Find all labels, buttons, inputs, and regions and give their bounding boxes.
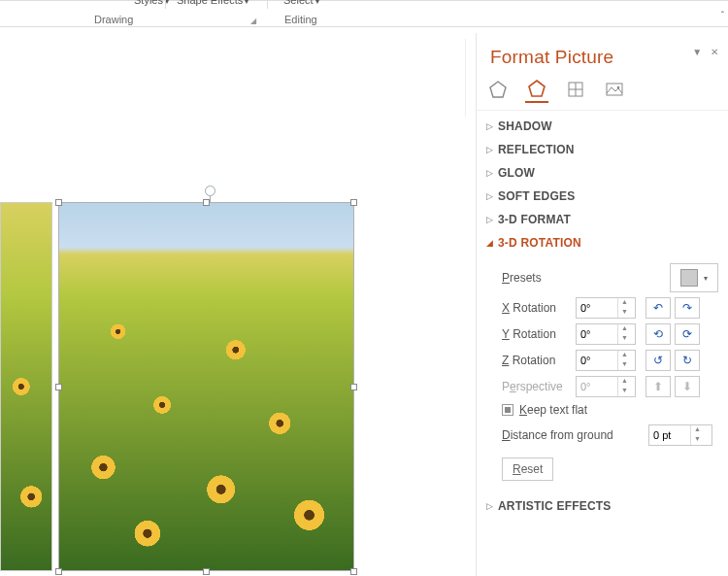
tab-effects[interactable]: [525, 80, 548, 103]
distance-input[interactable]: ▲▼: [648, 424, 712, 446]
distance-label: Distance from ground: [502, 428, 613, 442]
selected-picture[interactable]: [58, 202, 354, 571]
presets-label: PPresetsresets: [502, 271, 576, 285]
rotation-handle[interactable]: [205, 186, 215, 196]
slide-canvas[interactable]: [0, 27, 476, 576]
section-reflection[interactable]: ▷REFLECTION: [484, 138, 722, 161]
ribbon: Styles▾ Shape Effects▾ Select▾ Drawing ◢…: [0, 0, 728, 27]
resize-handle-n[interactable]: [203, 199, 210, 206]
resize-handle-e[interactable]: [350, 384, 357, 390]
perspective-narrow-button: ⬆: [645, 376, 671, 397]
adjacent-picture[interactable]: [0, 202, 52, 571]
pane-title: Format Picture: [490, 47, 613, 67]
section-shadow[interactable]: ▷SHADOW: [484, 115, 722, 138]
section-3d-rotation[interactable]: ◢3-D ROTATION: [484, 231, 722, 254]
svg-marker-0: [490, 82, 506, 97]
pane-close-icon[interactable]: ✕: [711, 47, 718, 57]
x-rotation-label: X Rotation: [502, 301, 576, 315]
rotate-ccw-z-button[interactable]: ↺: [645, 350, 671, 371]
svg-marker-1: [529, 81, 545, 96]
styles-dropdown[interactable]: Styles▾: [134, 0, 169, 6]
rotate-left-x-button[interactable]: ↶: [645, 297, 671, 319]
pane-tabs: [477, 74, 728, 111]
format-picture-pane: Format Picture ▼ ✕ ▷SHADOW ▷REFLECTION ▷…: [476, 33, 728, 576]
perspective-input: ▲▼: [576, 376, 636, 397]
perspective-label: Perspective: [502, 380, 576, 393]
section-3d-format[interactable]: ▷3-D FORMAT: [484, 208, 722, 231]
tab-size-properties[interactable]: [564, 80, 587, 103]
resize-handle-ne[interactable]: [350, 199, 357, 206]
3d-rotation-body: PPresetsresets ▾ X Rotation ▲▼ ↶ ↷ Y Rot…: [484, 254, 722, 494]
shape-effects-dropdown[interactable]: Shape Effects▾: [177, 0, 248, 6]
rotate-right-x-button[interactable]: ↷: [675, 297, 700, 319]
y-rotation-input[interactable]: ▲▼: [576, 323, 636, 345]
rotate-down-y-button[interactable]: ⟳: [675, 323, 700, 345]
section-artistic-effects[interactable]: ▷ARTISTIC EFFECTS: [484, 494, 722, 518]
presets-dropdown[interactable]: ▾: [670, 263, 718, 292]
dialog-launcher-drawing[interactable]: ◢: [250, 17, 256, 25]
perspective-widen-button: ⬇: [675, 376, 700, 397]
resize-handle-w[interactable]: [55, 384, 62, 390]
tab-fill-line[interactable]: [486, 80, 510, 103]
y-rotation-label: Y Rotation: [502, 327, 576, 341]
keep-text-flat-label: Keep text flat: [519, 403, 587, 417]
select-dropdown[interactable]: Select▾: [283, 0, 319, 6]
resize-handle-se[interactable]: [350, 568, 357, 575]
section-glow[interactable]: ▷GLOW: [484, 161, 722, 185]
pane-options-icon[interactable]: ▼: [692, 47, 702, 57]
z-rotation-input[interactable]: ▲▼: [576, 350, 636, 371]
z-rotation-label: Z Rotation: [502, 354, 576, 367]
collapse-ribbon-icon[interactable]: ˆ: [721, 11, 724, 21]
reset-button[interactable]: Reset: [502, 457, 553, 481]
tab-picture[interactable]: [603, 80, 626, 103]
svg-point-6: [617, 86, 620, 89]
resize-handle-s[interactable]: [203, 568, 210, 575]
resize-handle-sw[interactable]: [55, 568, 62, 575]
rotate-up-y-button[interactable]: ⟲: [645, 323, 671, 345]
x-rotation-input[interactable]: ▲▼: [576, 297, 636, 319]
ribbon-group-editing: Editing: [284, 14, 317, 25]
keep-text-flat-checkbox[interactable]: Keep text flat: [502, 403, 718, 417]
resize-handle-nw[interactable]: [55, 199, 62, 206]
rotate-cw-z-button[interactable]: ↻: [675, 350, 700, 371]
section-soft-edges[interactable]: ▷SOFT EDGES: [484, 185, 722, 208]
svg-rect-5: [607, 84, 622, 95]
ribbon-group-drawing: Drawing: [94, 14, 133, 25]
